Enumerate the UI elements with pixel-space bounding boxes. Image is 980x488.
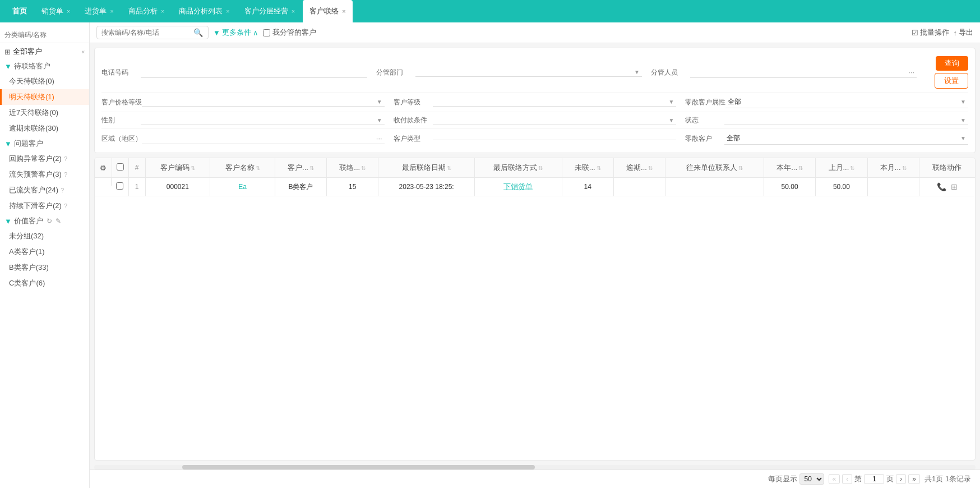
row-checkbox[interactable] (112, 178, 128, 196)
filter-price-level-select[interactable]: ▼ (142, 98, 385, 107)
filter-status-select[interactable]: ▼ (724, 116, 968, 125)
page-label: 第 (854, 474, 862, 484)
table-header-contact-person[interactable]: 往来单位联系人⇅ (665, 158, 764, 178)
sort-last-month-icon[interactable]: ⇅ (850, 165, 854, 171)
setting-button[interactable]: 设置 (935, 73, 968, 89)
sidebar-item-today-contact[interactable]: 今天待联络(0) (0, 73, 89, 89)
table-settings-header[interactable]: ⚙ (95, 158, 112, 178)
region-ellipsis-icon[interactable]: ··· (376, 134, 382, 142)
filter-customer-level-select[interactable]: ▼ (433, 98, 677, 107)
manager-ellipsis-icon[interactable]: ··· (908, 68, 914, 76)
my-customers-checkbox-label[interactable]: 我分管的客户 (263, 27, 316, 38)
table-header-last-date[interactable]: 最后联络日期⇅ (378, 158, 474, 178)
first-page-button[interactable]: « (829, 474, 840, 484)
sort-contact-icon[interactable]: ⇅ (361, 165, 366, 171)
close-sales-order-icon[interactable]: × (67, 8, 70, 15)
table-checkbox-header[interactable] (112, 158, 128, 178)
search-icon[interactable]: 🔍 (193, 28, 203, 37)
row-action-more-icon[interactable]: ⊞ (950, 182, 959, 191)
sidebar-item-abnormal-repurchase[interactable]: 回购异常客户(2) ? (0, 151, 89, 167)
export-button[interactable]: ↑ 导出 (954, 27, 974, 38)
nav-tab-product-analysis[interactable]: 商品分析 × (122, 0, 171, 22)
table-header-this-month[interactable]: 本月...⇅ (867, 158, 919, 178)
nav-tab-product-analysis-list[interactable]: 商品分析列表 × (172, 0, 236, 22)
sidebar-item-ungroup[interactable]: 未分组(32) (0, 228, 89, 244)
more-conditions-button[interactable]: ▼ 更多条件 ∧ (213, 27, 258, 38)
close-product-analysis-list-icon[interactable]: × (226, 8, 229, 15)
sidebar-item-overdue-contact[interactable]: 逾期未联络(30) (0, 121, 89, 136)
last-page-button[interactable]: » (908, 474, 920, 484)
sidebar-item-declining[interactable]: 持续下滑客户(2) ? (0, 198, 89, 214)
page-number-input[interactable] (864, 474, 884, 484)
sidebar-item-a-class[interactable]: A类客户(1) (0, 244, 89, 260)
row-last-method[interactable]: 下销货单 (474, 178, 562, 196)
sort-date-icon[interactable]: ⇅ (447, 165, 451, 171)
nav-tab-customer-contact[interactable]: 客户联络 × (303, 0, 352, 22)
table-header-code[interactable]: 客户编码⇅ (145, 158, 210, 178)
filter-retail-customer-select[interactable]: 全部 ▼ (724, 132, 968, 145)
filter-phone-input[interactable] (141, 67, 367, 78)
select-all-checkbox[interactable] (117, 163, 124, 171)
table-header-name[interactable]: 客户名称⇅ (210, 158, 275, 178)
help-icon-3[interactable]: ? (64, 202, 67, 209)
sort-type-icon[interactable]: ⇅ (309, 165, 314, 171)
row-action-phone-icon[interactable]: 📞 (936, 182, 947, 191)
sidebar-item-week-contact[interactable]: 近7天待联络(0) (0, 105, 89, 121)
sidebar-item-tomorrow-contact[interactable]: 明天待联络(1) (0, 89, 89, 105)
nav-tab-sales-order[interactable]: 销货单 × (35, 0, 77, 22)
table-header-type[interactable]: 客户...⇅ (275, 158, 326, 178)
nav-home[interactable]: 首页 (6, 0, 34, 22)
sort-month-icon[interactable]: ⇅ (902, 165, 907, 171)
scrollbar-thumb[interactable] (182, 465, 535, 469)
filter-retail-attr-select[interactable]: 全部 ▼ (725, 96, 968, 108)
sort-unlisted-icon[interactable]: ⇅ (597, 165, 601, 171)
table-header-last-method[interactable]: 最后联络方式⇅ (474, 158, 562, 178)
help-icon-2[interactable]: ? (61, 187, 64, 194)
close-product-analysis-icon[interactable]: × (161, 8, 164, 15)
sort-contact-person-icon[interactable]: ⇅ (738, 165, 743, 171)
sort-year-icon[interactable]: ⇅ (798, 165, 803, 171)
total-records: 共1页 1条记录 (924, 474, 971, 484)
table-header-this-year[interactable]: 本年...⇅ (764, 158, 815, 178)
prev-page-button[interactable]: ‹ (842, 474, 852, 484)
my-customers-checkbox[interactable] (263, 29, 270, 36)
sidebar-item-churn-warning[interactable]: 流失预警客户(3) ? (0, 167, 89, 182)
refresh-icon[interactable]: ↻ (47, 217, 52, 225)
close-purchase-order-icon[interactable]: × (110, 8, 113, 15)
next-page-button[interactable]: › (896, 474, 906, 484)
close-customer-segmentation-icon[interactable]: × (292, 8, 295, 15)
sort-code-icon[interactable]: ⇅ (191, 165, 195, 171)
batch-operation-button[interactable]: ☑ 批量操作 (912, 27, 949, 38)
help-icon-0[interactable]: ? (64, 155, 67, 162)
sort-overdue-icon[interactable]: ⇅ (648, 165, 653, 171)
filter-gender-select[interactable]: ▼ (141, 116, 385, 125)
table-header-contact-count[interactable]: 联络...⇅ (327, 158, 378, 178)
sidebar-search-input[interactable] (4, 31, 89, 39)
help-icon-1[interactable]: ? (64, 171, 67, 178)
table-header-last-month[interactable]: 上月...⇅ (816, 158, 867, 178)
settings-icon[interactable]: ⚙ (100, 164, 107, 172)
sidebar-all-customers[interactable]: ⊞ 全部客户 « (0, 43, 89, 59)
nav-tab-customer-segmentation[interactable]: 客户分层经营 × (238, 0, 302, 22)
sidebar-item-b-class[interactable]: B类客户(33) (0, 260, 89, 275)
filter-payment-select[interactable]: ▼ (433, 116, 677, 125)
nav-tab-purchase-order[interactable]: 进货单 × (78, 0, 120, 22)
sidebar-item-churned[interactable]: 已流失客户(24) ? (0, 182, 89, 198)
table-header-unlisted[interactable]: 未联...⇅ (562, 158, 613, 178)
sort-method-icon[interactable]: ⇅ (538, 165, 543, 171)
page-size-select[interactable]: 50 (799, 473, 824, 485)
row-name[interactable]: Ea (210, 178, 275, 196)
close-customer-contact-icon[interactable]: × (342, 8, 345, 15)
sidebar-item-c-class[interactable]: C类客户(6) (0, 275, 89, 291)
query-button[interactable]: 查询 (936, 56, 968, 71)
edit-value-icon[interactable]: ✎ (56, 217, 61, 225)
filter-dept-select[interactable]: ▼ (415, 68, 642, 77)
filter-customer-type-select[interactable] (433, 137, 677, 140)
search-input[interactable] (101, 29, 191, 36)
horizontal-scrollbar[interactable] (94, 465, 976, 469)
sort-name-icon[interactable]: ⇅ (256, 165, 260, 171)
filter-manager-select[interactable]: ··· (690, 67, 917, 78)
table-header-overdue[interactable]: 逾期...⇅ (613, 158, 665, 178)
filter-region-select[interactable]: ··· (142, 133, 385, 144)
row-actions[interactable]: 📞 ⊞ (919, 178, 975, 196)
